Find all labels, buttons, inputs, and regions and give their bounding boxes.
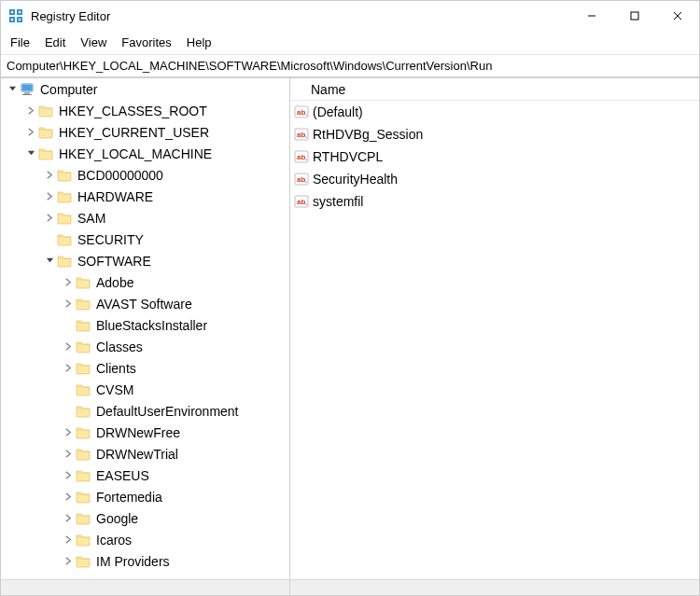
- folder-icon: [76, 468, 91, 483]
- tree-item-label: SOFTWARE: [76, 253, 153, 270]
- chevron-right-icon[interactable]: [23, 125, 38, 140]
- tree-item-label: DRWNewTrial: [94, 446, 180, 463]
- menu-help[interactable]: Help: [179, 33, 219, 52]
- chevron-right-icon[interactable]: [42, 168, 57, 183]
- value-row[interactable]: SecurityHealth: [290, 168, 699, 190]
- chevron-right-icon[interactable]: [61, 533, 76, 547]
- value-row[interactable]: RTHDVCPL: [290, 146, 699, 168]
- string-value-icon: [294, 104, 309, 119]
- tree-item[interactable]: IM Providers: [1, 550, 289, 572]
- address-text: Computer\HKEY_LOCAL_MACHINE\SOFTWARE\Mic…: [7, 59, 492, 73]
- chevron-right-icon[interactable]: [61, 340, 76, 354]
- tree-item-label: Google: [94, 510, 140, 527]
- folder-icon: [57, 211, 72, 226]
- string-value-icon: [294, 172, 309, 187]
- value-row[interactable]: RtHDVBg_Session: [290, 123, 699, 146]
- expander-none: [61, 318, 76, 333]
- tree-item[interactable]: Clients: [1, 357, 289, 379]
- tree-item[interactable]: DefaultUserEnvironment: [1, 400, 289, 422]
- chevron-right-icon[interactable]: [61, 554, 76, 569]
- column-header-name[interactable]: Name: [290, 78, 699, 101]
- menu-view[interactable]: View: [73, 33, 114, 52]
- tree-item[interactable]: CVSM: [1, 379, 289, 400]
- maximize-icon: [630, 11, 639, 21]
- chevron-right-icon[interactable]: [61, 361, 76, 376]
- tree-item-label: SAM: [76, 210, 107, 227]
- address-bar[interactable]: Computer\HKEY_LOCAL_MACHINE\SOFTWARE\Mic…: [1, 55, 699, 77]
- folder-icon: [38, 125, 53, 140]
- minimize-button[interactable]: [570, 1, 613, 31]
- tree-item-label: Classes: [94, 339, 145, 355]
- minimize-icon: [587, 11, 596, 21]
- tree-item[interactable]: Computer: [1, 78, 289, 100]
- maximize-button[interactable]: [613, 1, 656, 31]
- content-area: ComputerHKEY_CLASSES_ROOTHKEY_CURRENT_US…: [1, 77, 699, 595]
- chevron-right-icon[interactable]: [61, 425, 76, 440]
- close-icon: [673, 11, 682, 21]
- folder-icon: [76, 361, 91, 376]
- folder-icon: [76, 275, 91, 290]
- chevron-right-icon[interactable]: [61, 490, 76, 505]
- tree-item[interactable]: EASEUS: [1, 464, 289, 486]
- tree-item-label: Clients: [94, 360, 138, 377]
- title-bar[interactable]: Registry Editor: [1, 1, 699, 31]
- chevron-right-icon[interactable]: [61, 275, 76, 290]
- menu-favorites[interactable]: Favorites: [114, 33, 178, 52]
- tree-item-label: DefaultUserEnvironment: [94, 403, 241, 420]
- tree-item-label: BCD00000000: [76, 167, 165, 184]
- tree-item[interactable]: HKEY_LOCAL_MACHINE: [1, 143, 289, 164]
- folder-icon: [38, 146, 53, 161]
- values-list[interactable]: (Default)RtHDVBg_SessionRTHDVCPLSecurity…: [290, 101, 699, 579]
- tree-item[interactable]: DRWNewFree: [1, 422, 289, 443]
- tree-item[interactable]: HKEY_CLASSES_ROOT: [1, 100, 289, 121]
- tree-horizontal-scrollbar[interactable]: [1, 579, 289, 595]
- tree-item[interactable]: BCD00000000: [1, 164, 289, 186]
- window-title: Registry Editor: [31, 9, 110, 23]
- tree-item[interactable]: SOFTWARE: [1, 250, 289, 271]
- chevron-right-icon[interactable]: [42, 189, 57, 204]
- tree-item[interactable]: HKEY_CURRENT_USER: [1, 121, 289, 143]
- tree-item[interactable]: Icaros: [1, 529, 289, 550]
- folder-icon: [57, 189, 72, 204]
- tree-item[interactable]: HARDWARE: [1, 186, 289, 207]
- folder-icon: [76, 490, 91, 505]
- chevron-right-icon[interactable]: [61, 468, 76, 483]
- chevron-right-icon[interactable]: [61, 511, 76, 526]
- chevron-down-icon[interactable]: [5, 82, 20, 97]
- tree-item-label: EASEUS: [94, 467, 151, 484]
- tree-item-label: HKEY_LOCAL_MACHINE: [57, 146, 214, 162]
- window: Registry Editor File Edit View Favorites…: [0, 0, 700, 596]
- registry-tree[interactable]: ComputerHKEY_CLASSES_ROOTHKEY_CURRENT_US…: [1, 78, 289, 579]
- chevron-down-icon[interactable]: [42, 254, 57, 269]
- folder-icon: [57, 232, 72, 247]
- chevron-right-icon[interactable]: [42, 211, 57, 226]
- tree-item[interactable]: SAM: [1, 207, 289, 229]
- tree-item[interactable]: DRWNewTrial: [1, 443, 289, 464]
- close-button[interactable]: [656, 1, 699, 31]
- tree-item-label: Icaros: [94, 532, 133, 548]
- chevron-down-icon[interactable]: [23, 146, 38, 161]
- tree-item-label: HKEY_CURRENT_USER: [57, 124, 211, 141]
- tree-item[interactable]: BlueStacksInstaller: [1, 314, 289, 336]
- tree-item-label: Computer: [38, 81, 99, 98]
- menu-edit[interactable]: Edit: [37, 33, 73, 52]
- tree-item[interactable]: Fortemedia: [1, 486, 289, 507]
- chevron-right-icon[interactable]: [61, 447, 76, 462]
- chevron-right-icon[interactable]: [61, 297, 76, 312]
- tree-item[interactable]: Classes: [1, 336, 289, 357]
- tree-item[interactable]: Adobe: [1, 271, 289, 293]
- values-horizontal-scrollbar[interactable]: [290, 579, 699, 595]
- value-row[interactable]: (Default): [290, 101, 699, 123]
- chevron-right-icon[interactable]: [23, 104, 38, 118]
- folder-icon: [76, 318, 91, 333]
- menu-file[interactable]: File: [3, 33, 37, 52]
- value-name: SecurityHealth: [313, 172, 398, 187]
- tree-item[interactable]: Google: [1, 507, 289, 529]
- expander-none: [61, 404, 76, 419]
- folder-icon: [76, 511, 91, 526]
- tree-item[interactable]: AVAST Software: [1, 293, 289, 314]
- tree-item[interactable]: SECURITY: [1, 229, 289, 250]
- value-row[interactable]: systemfil: [290, 190, 699, 213]
- value-name: RtHDVBg_Session: [313, 127, 423, 142]
- folder-icon: [76, 425, 91, 440]
